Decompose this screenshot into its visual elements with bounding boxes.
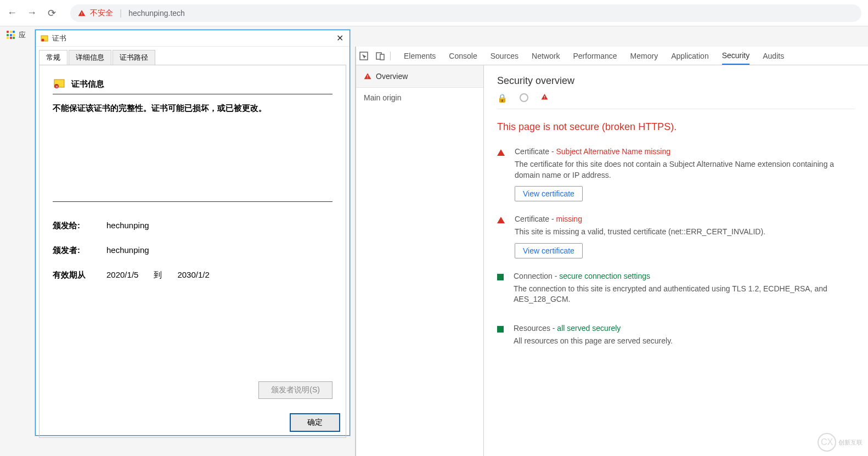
apps-icon[interactable] [7, 31, 15, 40]
security-block-description: All resources on this page are served se… [514, 336, 673, 347]
address-bar[interactable]: 不安全 | hechunping.tech [70, 4, 861, 22]
security-block-title: Certificate - missing [515, 215, 765, 223]
tab-application[interactable]: Application [671, 48, 709, 64]
svg-rect-8 [367, 75, 368, 77]
issued-to-label: 颁发给: [53, 221, 91, 231]
valid-from-value: 2020/1/5 [106, 270, 138, 280]
security-block-title: Connection - secure connection settings [514, 272, 855, 280]
issued-by-value: hechunping [106, 245, 149, 256]
sidebar-overview-label: Overview [376, 72, 408, 81]
security-block-title: Certificate - Subject Alternative Name m… [515, 147, 855, 156]
cert-info-title: 证书信息 [71, 79, 104, 89]
tab-audits[interactable]: Audits [763, 48, 784, 64]
ok-marker-icon [497, 326, 504, 333]
watermark: CX 创新互联 [818, 433, 863, 452]
device-toggle-icon[interactable] [376, 52, 385, 60]
issued-to-value: hechunping [106, 221, 149, 231]
security-block: Certificate - Subject Alternative Name m… [497, 147, 855, 201]
valid-to-value: 2030/1/2 [177, 270, 209, 280]
tab-elements[interactable]: Elements [404, 48, 436, 64]
dialog-title: 证书 [52, 33, 66, 43]
watermark-logo-icon: CX [818, 433, 836, 452]
security-sidebar: Overview Main origin [356, 65, 484, 456]
bookmark-item[interactable]: 应 [19, 30, 26, 40]
security-main-panel: Security overview 🔒 This page is not sec… [484, 65, 868, 456]
devtools-tabs: Elements Console Sources Network Perform… [356, 47, 868, 65]
warning-triangle-icon [78, 9, 86, 17]
reload-button[interactable]: ⟳ [46, 8, 57, 19]
svg-rect-10 [544, 96, 545, 98]
certificate-error-icon: ✕ [53, 77, 66, 91]
inspect-icon[interactable] [359, 52, 368, 60]
dialog-tabs: 常规 详细信息 证书路径 [36, 47, 350, 65]
security-block-description: This site is missing a valid, trusted ce… [515, 227, 765, 238]
warning-marker-icon [497, 149, 505, 156]
svg-text:✕: ✕ [55, 85, 58, 88]
ok-marker-icon [497, 274, 504, 280]
security-block: Connection - secure connection settingsT… [497, 272, 855, 311]
security-block-title: Resources - all served securely [514, 324, 673, 333]
svg-rect-11 [544, 98, 545, 99]
not-secure-label: 不安全 [90, 8, 113, 18]
devtools-panel: Elements Console Sources Network Perform… [355, 47, 868, 456]
tab-general[interactable]: 常规 [39, 50, 67, 65]
security-headline: This page is not secure (broken HTTPS). [497, 121, 855, 133]
cert-info-header: ✕ 证书信息 [53, 74, 332, 94]
svg-rect-9 [367, 77, 368, 78]
svg-rect-7 [380, 54, 384, 60]
tab-path[interactable]: 证书路径 [112, 50, 155, 65]
view-certificate-button[interactable]: View certificate [515, 243, 583, 258]
cert-warning-text: 不能保证该证书的完整性。证书可能已损坏，或已被更改。 [53, 103, 332, 114]
warning-triangle-icon [540, 93, 549, 100]
tab-memory[interactable]: Memory [630, 48, 658, 64]
issued-by-label: 颁发者: [53, 245, 91, 256]
tab-sources[interactable]: Sources [491, 48, 518, 64]
security-icon-row: 🔒 [497, 93, 855, 109]
tab-performance[interactable]: Performance [573, 48, 617, 64]
back-button[interactable]: ← [7, 8, 18, 19]
valid-to-label: 到 [154, 270, 162, 280]
security-block-description: The certificate for this site does not c… [515, 159, 855, 181]
close-button[interactable]: ✕ [333, 32, 346, 45]
tab-details[interactable]: 详细信息 [69, 50, 111, 65]
info-icon [520, 93, 528, 102]
lock-icon: 🔒 [497, 93, 508, 103]
security-block: Resources - all served securelyAll resou… [497, 324, 855, 352]
sidebar-overview[interactable]: Overview [356, 65, 483, 88]
sidebar-main-origin[interactable]: Main origin [356, 88, 483, 108]
address-divider: | [117, 8, 124, 18]
devtools-content: Overview Main origin Security overview 🔒… [356, 65, 868, 456]
security-block: Certificate - missingThis site is missin… [497, 215, 855, 258]
warning-marker-icon [497, 217, 505, 223]
certificate-icon [40, 34, 49, 43]
watermark-text: 创新互联 [838, 438, 863, 447]
tab-console[interactable]: Console [449, 48, 477, 64]
valid-from-label: 有效期从 [53, 270, 91, 280]
cert-details-box: 颁发给: hechunping 颁发者: hechunping 有效期从 202… [53, 201, 332, 280]
ok-button[interactable]: 确定 [290, 413, 340, 432]
svg-point-1 [42, 38, 44, 41]
view-certificate-button[interactable]: View certificate [515, 186, 583, 201]
certificate-dialog: 证书 ✕ 常规 详细信息 证书路径 ✕ 证书信息 不能保证该证书的完整性。证书可… [35, 30, 350, 436]
tab-security[interactable]: Security [722, 48, 750, 65]
dialog-body: ✕ 证书信息 不能保证该证书的完整性。证书可能已损坏，或已被更改。 颁发给: h… [39, 65, 346, 438]
dialog-titlebar: 证书 ✕ [36, 30, 350, 47]
warning-triangle-icon [364, 72, 371, 80]
tab-network[interactable]: Network [532, 48, 560, 64]
security-block-description: The connection to this site is encrypted… [514, 284, 855, 305]
browser-toolbar: ← → ⟳ 不安全 | hechunping.tech [0, 0, 868, 26]
security-title: Security overview [497, 75, 855, 87]
issuer-statement-button: 颁发者说明(S) [258, 381, 332, 399]
url-text: hechunping.tech [128, 9, 185, 18]
forward-button[interactable]: → [26, 8, 37, 19]
